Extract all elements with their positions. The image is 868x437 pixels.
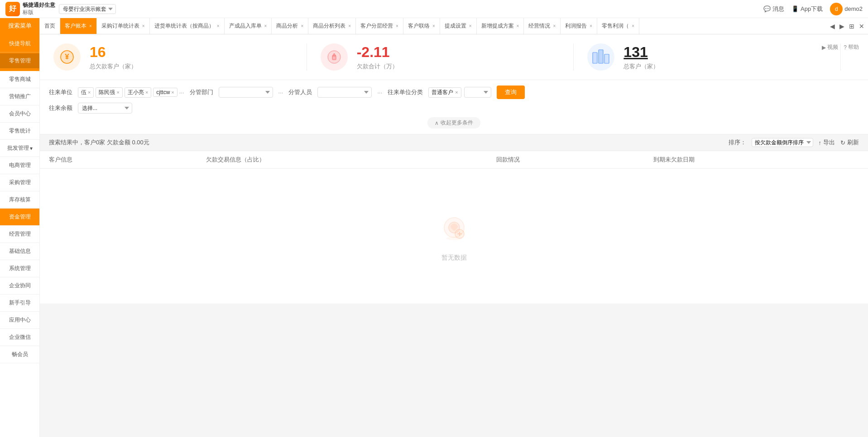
category-select-area: 普通客户 × — [428, 87, 491, 98]
filter-tag-close-1[interactable]: × — [116, 90, 119, 95]
filter-tag-close-3[interactable]: × — [171, 90, 174, 95]
sidebar-nav-retail[interactable]: 零售管理 — [0, 53, 39, 68]
tab-close-purchase-order[interactable]: × — [142, 24, 145, 28]
svg-text:¥: ¥ — [65, 53, 69, 61]
dept-select[interactable] — [219, 87, 273, 98]
stat-text-customers: 16 总欠款客户（家） — [90, 44, 137, 71]
svg-rect-4 — [593, 52, 597, 63]
sidebar-item-ecommerce[interactable]: 电商管理 — [0, 157, 39, 174]
help-icon: ? — [844, 44, 847, 51]
tab-production-inbound[interactable]: 产成品入库单 × — [225, 18, 272, 34]
tab-close-inbound-stats[interactable]: × — [217, 24, 220, 28]
sidebar-item-wholesale[interactable]: 批发管理 ▾ — [0, 140, 39, 157]
tab-close-product-analysis-list[interactable]: × — [348, 24, 351, 28]
stat-all-customers: 131 总客户（家） — [587, 43, 841, 71]
tabs-expand-btn[interactable]: ⊞ — [847, 22, 856, 31]
sidebar-item-marketing[interactable]: 营销推广 — [0, 88, 39, 105]
sidebar-item-purchase[interactable]: 采购管理 — [0, 174, 39, 191]
tab-close-product-analysis[interactable]: × — [301, 24, 303, 28]
svg-rect-3 — [332, 56, 336, 60]
messages-link[interactable]: 💬 消息 — [763, 5, 784, 13]
tab-close-new-commission[interactable]: × — [517, 24, 519, 28]
sidebar-item-enterprise-wechat[interactable]: 企业微信 — [0, 329, 39, 346]
sidebar-item-finance[interactable]: 资金管理 — [0, 209, 39, 226]
tabs-arrows: ◀ ▶ ⊞ ✕ — [826, 22, 868, 31]
stat-label-debt: 欠款合计（万） — [357, 62, 398, 71]
sidebar-item-newbie[interactable]: 新手引导 — [0, 294, 39, 312]
logo: 好 畅捷通好生意 标版 — [5, 2, 55, 16]
stat-label-all-customers: 总客户（家） — [623, 62, 659, 71]
refresh-btn[interactable]: ↻ 刷新 — [840, 138, 859, 147]
tab-close-operations-overview[interactable]: × — [553, 24, 556, 28]
download-icon: 📱 — [791, 5, 799, 12]
dept-more-icon[interactable]: ··· — [278, 89, 283, 96]
tab-close-customer-contact[interactable]: × — [432, 24, 435, 28]
video-link[interactable]: ▶ 视频 — [822, 43, 838, 51]
tab-retail-profit[interactable]: 零售利润（ × — [597, 18, 639, 34]
sidebar-search[interactable]: 搜索菜单 — [0, 18, 39, 33]
unit-label: 往来单位 — [49, 88, 72, 96]
tab-purchase-order[interactable]: 采购订单统计表 × — [97, 18, 150, 34]
sidebar-item-app-center[interactable]: 应用中心 — [0, 312, 39, 329]
filter-tag-3[interactable]: cjttcw × — [153, 88, 177, 97]
sidebar-item-retail-stats[interactable]: 零售统计 — [0, 123, 39, 140]
tab-product-analysis-list[interactable]: 商品分析列表 × — [308, 18, 356, 34]
tab-customer-ledger[interactable]: 客户账本 × — [60, 18, 97, 34]
tab-new-commission[interactable]: 新增提成方案 × — [477, 18, 524, 34]
balance-label: 往来余额 — [49, 104, 72, 112]
filter-tag-close-0[interactable]: × — [88, 90, 91, 95]
tab-operations-overview[interactable]: 经营情况 × — [524, 18, 561, 34]
tab-customer-tiering[interactable]: 客户分层经营 × — [356, 18, 403, 34]
sidebar-item-inventory[interactable]: 库存核算 — [0, 191, 39, 209]
tab-customer-contact[interactable]: 客户联络 × — [403, 18, 440, 34]
page-content: ¥ 16 总欠款客户（家） — [40, 34, 868, 437]
filter-tag-0[interactable]: 伍 × — [78, 87, 94, 98]
filter-tag-2[interactable]: 王小亮 × — [125, 87, 151, 98]
user-menu[interactable]: d demo2 — [830, 3, 863, 15]
tabs-next-btn[interactable]: ▶ — [838, 22, 846, 31]
sidebar-item-base-info[interactable]: 基础信息 — [0, 243, 39, 260]
sidebar-item-retail-mall[interactable]: 零售商城 — [0, 71, 39, 88]
table-body: 暂无数据 — [40, 169, 868, 304]
tab-product-analysis[interactable]: 商品分析 × — [272, 18, 308, 34]
sidebar-item-membership2[interactable]: 畅会员 — [0, 346, 39, 363]
sidebar-item-system[interactable]: 系统管理 — [0, 260, 39, 277]
person-more-icon[interactable]: ··· — [377, 89, 382, 96]
filter-tag-close-2[interactable]: × — [145, 90, 148, 95]
tab-close-retail-profit[interactable]: × — [632, 24, 634, 28]
tab-inbound-stats[interactable]: 进货单统计表（按商品） × — [150, 18, 225, 34]
person-label: 分管人员 — [288, 88, 312, 96]
tab-commission-settings[interactable]: 提成设置 × — [440, 18, 477, 34]
tab-close-customer-tiering[interactable]: × — [396, 24, 398, 28]
filter-tag-1[interactable]: 陈民强 × — [96, 87, 122, 98]
balance-select[interactable]: 选择... — [78, 103, 132, 114]
tab-close-customer-ledger[interactable]: × — [89, 24, 92, 28]
tab-home[interactable]: 首页 — [40, 18, 60, 34]
sidebar-item-operations[interactable]: 经营管理 — [0, 226, 39, 243]
chevron-down-icon: ▾ — [30, 145, 33, 152]
tabs-close-all-btn[interactable]: ✕ — [857, 22, 866, 31]
category-tag-close[interactable]: × — [455, 90, 458, 95]
sidebar-nav: 快捷导航 零售管理 — [0, 33, 39, 71]
tab-close-commission-settings[interactable]: × — [469, 24, 472, 28]
tabs-prev-btn[interactable]: ◀ — [828, 22, 837, 31]
query-button[interactable]: 查询 — [497, 86, 525, 99]
tab-profit-report[interactable]: 利润报告 × — [561, 18, 597, 34]
export-btn[interactable]: ↑ 导出 — [819, 138, 835, 147]
export-icon: ↑ — [819, 139, 822, 146]
filter-more-tags[interactable]: ··· — [179, 89, 184, 96]
tab-close-profit-report[interactable]: × — [590, 24, 592, 28]
sort-select[interactable]: 按欠款金额倒序排序 — [752, 138, 813, 147]
category-tag[interactable]: 普通客户 × — [428, 87, 461, 98]
category-extra-select[interactable] — [464, 87, 491, 98]
collapse-btn[interactable]: ∧ 收起更多条件 — [427, 117, 480, 128]
sidebar-item-membership[interactable]: 会员中心 — [0, 105, 39, 123]
empty-row: 暂无数据 — [40, 169, 868, 304]
tab-close-production-inbound[interactable]: × — [264, 24, 267, 28]
app-download-link[interactable]: 📱 App下载 — [791, 5, 823, 13]
sidebar-nav-quicknav[interactable]: 快捷导航 — [0, 36, 39, 51]
help-link[interactable]: ? 帮助 — [844, 43, 859, 51]
sidebar-item-enterprise-collab[interactable]: 企业协同 — [0, 277, 39, 294]
person-select[interactable] — [317, 87, 372, 98]
account-selector[interactable]: 母婴行业演示账套 — [59, 4, 116, 14]
